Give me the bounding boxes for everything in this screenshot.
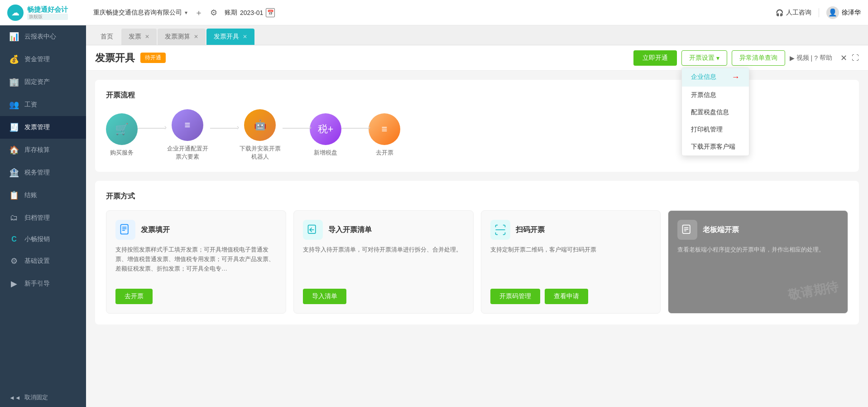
fill-invoice-btn[interactable]: 去开票	[115, 289, 153, 304]
page-toolbar: 发票开具 待开通 立即开通 开票设置 ▾ 企业信息	[86, 45, 868, 71]
sidebar-item-label: 归档管理	[24, 214, 50, 222]
sidebar-item-guide[interactable]: ▶ 新手引导	[0, 272, 86, 295]
top-bar: ☁ 畅捷通好会计 旗舰版 重庆畅捷交通信息咨询有限公司 ▾ ＋ ⚙ 账期 202…	[0, 0, 868, 25]
dropdown-invoice-info-label: 开票信息	[691, 91, 716, 98]
scroll-area: 开票流程 🛒 购买服务 ≡ 企业开通配置开票六要素	[86, 71, 868, 407]
sidebar-item-label: 云报表中心	[24, 33, 56, 41]
dropdown-item-printer[interactable]: 打印机管理	[682, 121, 749, 138]
main-area: 📊 云报表中心 💰 资金管理 🏢 固定资产 👥 工资 🧾 发票管理	[0, 25, 868, 407]
settings-button[interactable]: 开票设置 ▾	[681, 50, 727, 66]
scan-invoice-btns: 开票码管理 查看申请	[490, 289, 652, 304]
settings-dropdown: 企业信息 → 开票信息 配置税盘信息 打印机管理	[681, 68, 749, 156]
gear-icon[interactable]: ⚙	[210, 8, 217, 18]
assets-icon: 🏢	[9, 77, 19, 87]
sidebar-item-label: 库存核算	[24, 146, 50, 154]
methods-section-title: 开票方式	[106, 192, 848, 201]
sidebar-item-invoice-mgmt[interactable]: 🧾 发票管理	[0, 116, 86, 139]
step-buy-label: 购买服务	[110, 149, 134, 157]
sidebar-item-salary[interactable]: 👥 工资	[0, 93, 86, 116]
dropdown-item-company-info[interactable]: 企业信息 →	[682, 68, 749, 87]
tab-invoice-issue-close[interactable]: ✕	[243, 34, 247, 40]
step-issue-icon: ≡	[369, 113, 400, 145]
chevron-down-icon: ▾	[185, 10, 187, 16]
boss-invoice-desc: 查看老板端小程序提交的开票申请，并作出相应的处理。	[677, 245, 839, 281]
scan-invoice-icon	[490, 220, 510, 240]
user-info[interactable]: 👤 徐泽华	[826, 6, 861, 19]
guide-icon: ▶	[9, 279, 19, 289]
sidebar-item-report-sales[interactable]: C 小畅报销	[0, 229, 86, 250]
sidebar-item-inventory[interactable]: 🏠 库存核算	[0, 139, 86, 161]
method-fill-invoice: 发票填开 支持按照发票样式手工填开发票；可开具增值税电子普通发票、增值税普通发票…	[106, 210, 286, 314]
invoice-mgmt-icon: 🧾	[9, 122, 19, 132]
exception-button[interactable]: 异常清单查询	[732, 50, 785, 66]
sidebar-bottom-label: 取消固定	[24, 393, 48, 402]
sidebar-item-reports[interactable]: 📊 云报表中心	[0, 25, 86, 48]
settle-icon: 📋	[9, 190, 19, 200]
tab-invoice-close[interactable]: ✕	[145, 34, 149, 40]
logo-title: 畅捷通好会计	[27, 5, 68, 14]
connector-3	[283, 128, 310, 129]
sidebar-item-funds[interactable]: 💰 资金管理	[0, 48, 86, 71]
methods-section: 开票方式	[95, 181, 859, 325]
dropdown-tax-disk-label: 配置税盘信息	[691, 108, 729, 116]
play-icon: ▶	[790, 54, 795, 62]
step-buy-service: 🛒 购买服务	[106, 113, 138, 157]
tab-invoice-issue[interactable]: 发票开具 ✕	[206, 29, 254, 45]
sidebar-bottom[interactable]: ◄◄ 取消固定	[0, 388, 86, 407]
dropdown-item-download-client[interactable]: 下载开票客户端	[682, 138, 749, 155]
page-title: 发票开具	[95, 51, 135, 65]
connector-4	[341, 128, 369, 129]
dropdown-company-info-label: 企业信息	[691, 73, 716, 81]
settings-btn-wrapper: 开票设置 ▾ 企业信息 → 开票信息	[681, 50, 727, 66]
step-tax-label: 新增税盘	[314, 149, 337, 157]
avatar: 👤	[826, 6, 839, 19]
sidebar-item-assets[interactable]: 🏢 固定资产	[0, 71, 86, 93]
boss-invoice-title: 老板端开票	[703, 225, 739, 235]
sidebar-item-tax[interactable]: 🏦 税务管理	[0, 161, 86, 184]
sidebar-item-label: 资金管理	[24, 55, 50, 63]
sidebar-item-label: 新手引导	[24, 280, 50, 288]
top-bar-middle: 重庆畅捷交通信息咨询有限公司 ▾ ＋ ⚙ 账期 2023-01 📅	[93, 7, 776, 18]
connector-2	[210, 128, 237, 129]
svg-rect-4	[308, 225, 315, 234]
tab-home-label: 首页	[101, 33, 113, 41]
scan-invoice-title: 扫码开票	[516, 225, 545, 235]
activate-button[interactable]: 立即开通	[633, 50, 677, 66]
company-name: 重庆畅捷交通信息咨询有限公司	[93, 9, 182, 17]
boss-invoice-icon	[677, 220, 697, 240]
consult-button[interactable]: 🎧 人工咨询	[776, 9, 811, 17]
app-container: ☁ 畅捷通好会计 旗舰版 重庆畅捷交通信息咨询有限公司 ▾ ＋ ⚙ 账期 202…	[0, 0, 868, 407]
close-page-button[interactable]: ✕	[840, 53, 847, 63]
funds-icon: 💰	[9, 54, 19, 64]
sidebar-item-settle[interactable]: 📋 结账	[0, 184, 86, 207]
watermark: 敬请期待	[787, 278, 840, 304]
expand-button[interactable]: ⛶	[852, 54, 859, 62]
basic-icon: ⚙	[9, 256, 19, 266]
step-tax-icon: 税+	[310, 113, 341, 145]
dropdown-download-client-label: 下载开票客户端	[691, 143, 735, 150]
sidebar-item-archive[interactable]: 🗂 归档管理	[0, 207, 86, 229]
tab-invoice-calc[interactable]: 发票测算 ✕	[158, 29, 206, 45]
import-list-btn[interactable]: 导入清单	[303, 289, 346, 304]
company-selector[interactable]: 重庆畅捷交通信息咨询有限公司 ▾	[93, 9, 187, 17]
dropdown-item-tax-disk[interactable]: 配置税盘信息	[682, 104, 749, 121]
add-icon[interactable]: ＋	[195, 7, 203, 18]
sidebar-item-label: 税务管理	[24, 169, 50, 177]
dropdown-item-invoice-info[interactable]: 开票信息	[682, 87, 749, 104]
scan-invoice-apply-btn[interactable]: 查看申请	[545, 289, 588, 304]
tab-invoice-calc-close[interactable]: ✕	[194, 34, 198, 40]
period-info: 账期 2023-01 📅	[225, 8, 275, 17]
scan-invoice-code-btn[interactable]: 开票码管理	[490, 289, 540, 304]
step-config-label: 企业开通配置开票六要素	[165, 145, 210, 161]
tab-home[interactable]: 首页	[93, 29, 120, 45]
calendar-icon[interactable]: 📅	[266, 8, 275, 17]
step-robot-label: 下载并安装开票机器人	[237, 145, 283, 161]
sidebar-item-basic[interactable]: ⚙ 基础设置	[0, 250, 86, 272]
step-download-robot: 🤖 下载并安装开票机器人	[237, 109, 283, 161]
fill-invoice-header: 发票填开	[115, 220, 277, 240]
pin-icon: ◄◄	[9, 394, 21, 401]
page-title-row: 发票开具 待开通	[95, 51, 166, 65]
scan-invoice-desc: 支持定制开票二维码，客户端可扫码开票	[490, 245, 652, 281]
toolbar-right: 立即开通 开票设置 ▾ 企业信息 →	[633, 50, 859, 66]
tab-invoice[interactable]: 发票 ✕	[121, 29, 157, 45]
